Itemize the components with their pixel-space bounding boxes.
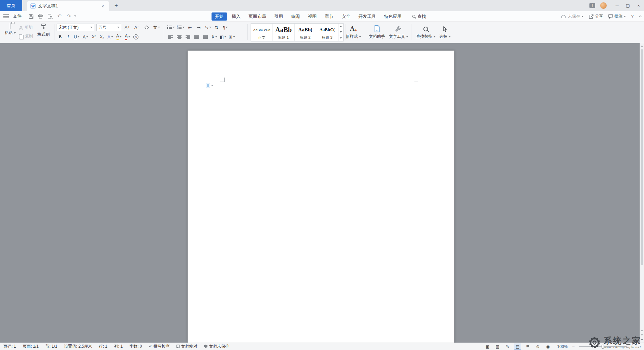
close-tab-icon[interactable]: ×: [100, 3, 106, 9]
copy-button: 复制: [19, 33, 33, 39]
tab-insert[interactable]: 插入: [228, 12, 244, 21]
redo-button: ↷: [65, 12, 73, 20]
decrease-font-button[interactable]: A⁻: [133, 24, 141, 31]
fullscreen-view-icon[interactable]: ▣: [484, 344, 491, 350]
document-tab[interactable]: W 文字文稿1 ×: [27, 1, 109, 11]
menubar: 文件 ↶ ↷ 开始 插入 页面布局 引用 审阅 视图 章节 安全 开发工具 特色…: [0, 11, 644, 22]
ink-mode-icon[interactable]: ✎: [504, 344, 511, 350]
text-effects-button[interactable]: A: [106, 33, 114, 40]
align-left-button[interactable]: [167, 33, 174, 40]
line-spacing-button[interactable]: ⇕: [211, 33, 218, 40]
close-button[interactable]: ×: [633, 0, 644, 11]
home-tab[interactable]: 首页: [0, 0, 22, 11]
tab-page-layout[interactable]: 页面布局: [245, 12, 269, 21]
print-button[interactable]: [36, 12, 45, 20]
maximize-button[interactable]: ▢: [622, 0, 633, 11]
zoom-out-button[interactable]: −: [571, 344, 576, 349]
comment-button[interactable]: 批注: [608, 13, 626, 19]
file-menu-button[interactable]: 文件: [13, 13, 22, 19]
gallery-more-icon[interactable]: [339, 35, 343, 41]
style-heading-2[interactable]: AaBb( 标题 2: [295, 24, 317, 41]
share-button[interactable]: 分享: [589, 13, 603, 19]
distribute-button[interactable]: [202, 33, 209, 40]
select-button[interactable]: 选择: [437, 23, 453, 39]
gallery-scroll-down-icon[interactable]: [339, 29, 343, 35]
asian-layout-button[interactable]: ⇋: [204, 24, 211, 31]
format-painter-button[interactable]: 格式刷: [35, 23, 52, 37]
doc-assistant-button[interactable]: 文档助手: [366, 23, 387, 39]
main-menu-icon[interactable]: [3, 14, 9, 18]
minimize-button[interactable]: ─: [612, 0, 622, 11]
collapse-ribbon-icon[interactable]: [639, 15, 642, 19]
tab-security[interactable]: 安全: [338, 12, 354, 21]
tab-section[interactable]: 章节: [321, 12, 337, 21]
save-status-button[interactable]: 未保存: [561, 13, 583, 19]
scroll-up-icon[interactable]: [640, 44, 644, 48]
word-count-status[interactable]: 字数: 0: [129, 344, 142, 349]
new-tab-button[interactable]: +: [112, 0, 121, 11]
numbering-button[interactable]: 123: [177, 24, 185, 31]
show-paragraph-marks-button[interactable]: ¶: [222, 24, 229, 31]
cut-label: 剪切: [25, 25, 33, 30]
text-tools-button[interactable]: 文字工具: [388, 23, 409, 39]
page-view-icon[interactable]: ▤: [514, 344, 521, 350]
outline-view-icon[interactable]: ≣: [524, 344, 531, 350]
new-style-button[interactable]: A+ 新样式: [344, 23, 363, 39]
justify-button[interactable]: [193, 33, 200, 40]
borders-button[interactable]: ⊞: [228, 33, 235, 40]
print-preview-button[interactable]: [46, 12, 54, 20]
notification-badge[interactable]: 1: [589, 3, 595, 8]
user-avatar[interactable]: [600, 2, 607, 9]
previous-page-icon[interactable]: [640, 328, 644, 332]
bold-button[interactable]: B: [57, 33, 64, 40]
gallery-scroll-up-icon[interactable]: [339, 24, 343, 29]
enclose-character-button[interactable]: A: [132, 33, 139, 40]
sort-button[interactable]: ⇅: [213, 24, 220, 31]
doc-protect-button[interactable]: 文档未保护: [204, 344, 229, 349]
style-body[interactable]: AaBbCcDd 正文: [251, 24, 273, 41]
bullet-list-button[interactable]: [167, 24, 175, 31]
tab-references[interactable]: 引用: [271, 12, 286, 21]
paragraph-layout-button[interactable]: [206, 83, 213, 88]
style-heading-3[interactable]: AaBbC( 标题 3: [316, 24, 338, 41]
quickbar-customize-icon[interactable]: [74, 16, 76, 17]
save-button[interactable]: [27, 12, 35, 20]
shading-button[interactable]: ◧: [220, 33, 226, 40]
vertical-scrollbar[interactable]: [640, 43, 644, 343]
document-page[interactable]: [188, 51, 454, 343]
superscript-button[interactable]: X²: [90, 33, 97, 40]
paste-button[interactable]: 粘贴: [3, 23, 17, 36]
increase-indent-button[interactable]: ⇥: [195, 24, 202, 31]
align-right-button[interactable]: [185, 33, 191, 40]
decrease-indent-button[interactable]: ⇤: [187, 24, 193, 31]
font-color-button[interactable]: A: [124, 33, 131, 40]
help-button[interactable]: ?: [631, 14, 634, 19]
tab-view[interactable]: 视图: [304, 12, 320, 21]
highlight-button[interactable]: A: [115, 33, 123, 40]
document-tab-title: 文字文稿1: [38, 3, 58, 9]
clear-format-button[interactable]: [143, 24, 151, 31]
eye-protection-mode-icon[interactable]: ◉: [544, 344, 551, 350]
tab-review[interactable]: 审阅: [288, 12, 303, 21]
font-size-select[interactable]: 五号: [96, 24, 121, 31]
tab-special-features[interactable]: 特色应用: [381, 12, 405, 21]
scrollbar-thumb[interactable]: [641, 49, 643, 265]
italic-button[interactable]: I: [65, 33, 72, 40]
underline-button[interactable]: U: [73, 33, 80, 40]
multi-page-view-icon[interactable]: ▥: [494, 344, 501, 350]
zoom-level[interactable]: 100%: [557, 344, 568, 349]
doc-proof-button[interactable]: 文档校对: [176, 344, 197, 349]
strikethrough-button[interactable]: A: [82, 33, 89, 40]
web-layout-view-icon[interactable]: ⊕: [534, 344, 541, 350]
find-button[interactable]: 查找: [412, 13, 426, 20]
spell-check-button[interactable]: ✔ 拼写检查: [149, 344, 169, 349]
increase-font-button[interactable]: A⁺: [123, 24, 131, 31]
phonetic-guide-button[interactable]: 文: [153, 24, 161, 31]
align-center-button[interactable]: [176, 33, 183, 40]
font-name-select[interactable]: 宋体 (正文): [57, 24, 94, 31]
tab-dev-tools[interactable]: 开发工具: [355, 12, 379, 21]
subscript-button[interactable]: X₂: [98, 33, 105, 40]
style-heading-1[interactable]: AaBb 标题 1: [273, 24, 295, 41]
find-replace-button[interactable]: 查找替换: [414, 23, 438, 39]
tab-home[interactable]: 开始: [212, 12, 227, 21]
